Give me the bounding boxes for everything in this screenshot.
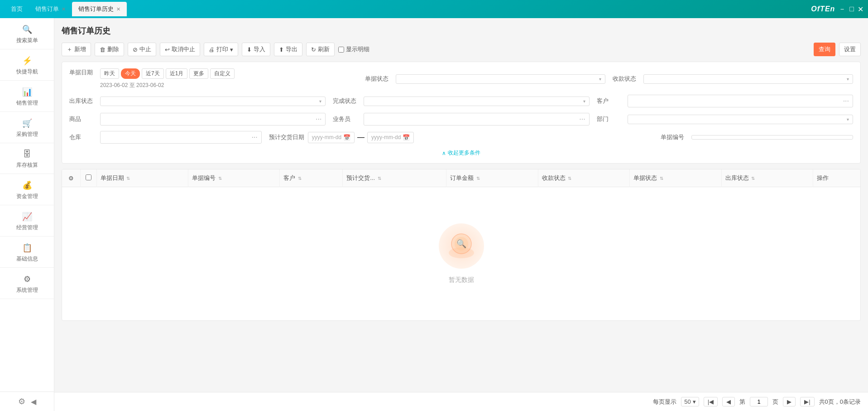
filter-row-1: 单据日期 昨天 今天 近7天 近1月 更多 自定义 2023-06-02 至 2… bbox=[69, 68, 853, 89]
th-date[interactable]: 单据日期 ⇅ bbox=[96, 169, 188, 187]
th-settings[interactable]: ⚙ bbox=[62, 169, 80, 187]
warehouse-input[interactable]: ··· bbox=[100, 131, 262, 144]
product-input[interactable]: ··· bbox=[100, 113, 326, 126]
sidebar-item-quick-nav[interactable]: ⚡ 快捷导航 bbox=[0, 49, 54, 81]
display-col-checkbox[interactable] bbox=[338, 47, 344, 53]
th-amount[interactable]: 订单金额 ⇅ bbox=[446, 169, 538, 187]
completion-status-arrow-icon: ▾ bbox=[583, 99, 585, 104]
prev-page-button[interactable]: ◀ bbox=[722, 397, 735, 406]
th-outbound-status[interactable]: 出库状态 ⇅ bbox=[721, 169, 813, 187]
window-maximize-icon[interactable]: □ bbox=[849, 5, 854, 13]
display-col-label: 显示明细 bbox=[346, 45, 369, 53]
sidebar-item-inventory-calc[interactable]: 🗄 库存核算 bbox=[0, 143, 54, 174]
th-operation-label: 操作 bbox=[817, 174, 829, 181]
warehouse-ellipsis-icon: ··· bbox=[251, 133, 257, 141]
sidebar-item-search-menu[interactable]: 🔍 搜索菜单 bbox=[0, 18, 54, 49]
page-title: 销售订单历史 bbox=[62, 25, 861, 36]
empty-icon: 🔍 bbox=[439, 223, 484, 269]
date-btn-yesterday[interactable]: 昨天 bbox=[100, 68, 119, 79]
th-doc-status[interactable]: 单据状态 ⇅ bbox=[630, 169, 721, 187]
salesperson-input[interactable]: ··· bbox=[364, 113, 589, 126]
date-btn-custom[interactable]: 自定义 bbox=[210, 68, 235, 79]
operation-mgmt-icon: 📈 bbox=[22, 212, 32, 222]
select-all-checkbox[interactable] bbox=[86, 174, 91, 180]
tab-sales-order-label: 销售订单 bbox=[35, 5, 59, 13]
settings-label: 设置 bbox=[844, 45, 856, 53]
empty-state: 🔍 暂无数据 bbox=[62, 187, 860, 320]
sidebar-label-inventory-calc: 库存核算 bbox=[16, 161, 38, 169]
export-button[interactable]: ⬆ 导出 bbox=[274, 43, 302, 56]
cancel-stop-button[interactable]: ↩ 取消中止 bbox=[160, 43, 200, 56]
delete-button[interactable]: 🗑 删除 bbox=[95, 43, 124, 56]
outbound-status-select[interactable]: ▾ bbox=[100, 97, 326, 106]
stop-button[interactable]: ⊘ 中止 bbox=[128, 43, 156, 56]
tab-sales-order-history-close[interactable]: ✕ bbox=[116, 6, 120, 12]
sidebar-item-purchase-mgmt[interactable]: 🛒 采购管理 bbox=[0, 112, 54, 143]
query-label: 查询 bbox=[819, 45, 830, 53]
new-button[interactable]: ＋ 新增 bbox=[62, 43, 91, 56]
tab-sales-order[interactable]: 销售订单 ✕ bbox=[29, 2, 72, 16]
th-no[interactable]: 单据编号 ⇅ bbox=[188, 169, 279, 187]
sidebar-item-basic-info[interactable]: 📋 基础信息 bbox=[0, 237, 54, 268]
tab-sales-order-history-label: 销售订单历史 bbox=[78, 5, 114, 13]
tab-sales-order-history[interactable]: 销售订单历史 ✕ bbox=[72, 2, 127, 16]
th-receipt-status[interactable]: 收款状态 ⇅ bbox=[538, 169, 629, 187]
th-customer[interactable]: 客户 ⇅ bbox=[280, 169, 343, 187]
th-amount-sort-icon: ⇅ bbox=[476, 176, 480, 181]
window-minimize-icon[interactable]: － bbox=[839, 5, 846, 14]
customer-ellipsis-icon: ··· bbox=[843, 97, 849, 105]
import-button[interactable]: ⬇ 导入 bbox=[242, 43, 270, 56]
total-text: 共0页，0条记录 bbox=[819, 398, 861, 406]
doc-status-select[interactable]: ▾ bbox=[396, 74, 605, 84]
customer-input[interactable]: ··· bbox=[628, 95, 853, 107]
sidebar-settings-icon[interactable]: ⚙ bbox=[18, 396, 25, 406]
th-receipt-status-label: 收款状态 bbox=[542, 174, 566, 181]
refresh-button[interactable]: ↻ 刷新 bbox=[306, 43, 335, 56]
date-btn-more[interactable]: 更多 bbox=[189, 68, 208, 79]
last-page-button[interactable]: ▶| bbox=[800, 397, 814, 406]
settings-button[interactable]: 设置 bbox=[839, 43, 861, 56]
data-table: ⚙ 单据日期 ⇅ 单据编号 ⇅ bbox=[62, 169, 860, 320]
main-layout: 🔍 搜索菜单 ⚡ 快捷导航 📊 销售管理 🛒 采购管理 🗄 库存核算 💰 资金管… bbox=[0, 18, 868, 411]
tab-home[interactable]: 首页 bbox=[5, 2, 29, 16]
th-expected-date-sort-icon: ⇅ bbox=[378, 176, 381, 181]
date-btn-7days[interactable]: 近7天 bbox=[142, 68, 164, 79]
sidebar-collapse-icon[interactable]: ◀ bbox=[31, 397, 36, 406]
tab-sales-order-close[interactable]: ✕ bbox=[62, 6, 66, 12]
sidebar-item-finance-mgmt[interactable]: 💰 资金管理 bbox=[0, 174, 54, 205]
query-button[interactable]: 查询 bbox=[814, 43, 835, 56]
dept-select[interactable]: ▾ bbox=[628, 115, 853, 124]
per-page-select[interactable]: 50 ▾ bbox=[681, 397, 699, 406]
collapse-bar[interactable]: ∧ 收起更多条件 bbox=[69, 149, 853, 157]
th-amount-label: 订单金额 bbox=[450, 174, 474, 181]
date-btn-1month[interactable]: 近1月 bbox=[166, 68, 188, 79]
th-outbound-status-sort-icon: ⇅ bbox=[751, 176, 755, 181]
date-btn-today[interactable]: 今天 bbox=[121, 68, 140, 79]
window-close-icon[interactable]: ✕ bbox=[858, 5, 863, 14]
first-page-button[interactable]: |◀ bbox=[704, 397, 718, 406]
th-checkbox[interactable] bbox=[80, 169, 96, 187]
th-date-sort-icon: ⇅ bbox=[126, 176, 130, 181]
expected-date-start[interactable]: yyyy-mm-dd 📅 bbox=[308, 132, 355, 143]
sidebar-item-sales-mgmt[interactable]: 📊 销售管理 bbox=[0, 81, 54, 112]
receipt-status-select[interactable]: ▾ bbox=[643, 74, 853, 84]
empty-text: 暂无数据 bbox=[449, 276, 474, 284]
import-label: 导入 bbox=[254, 45, 265, 53]
salesperson-ellipsis-icon: ··· bbox=[579, 115, 585, 123]
th-customer-sort-icon: ⇅ bbox=[298, 176, 302, 181]
sidebar-label-sales-mgmt: 销售管理 bbox=[16, 99, 38, 107]
outbound-status-arrow-icon: ▾ bbox=[319, 99, 321, 104]
completion-status-label: 完成状态 bbox=[333, 97, 360, 105]
next-page-button[interactable]: ▶ bbox=[783, 397, 796, 406]
sidebar-item-operation-mgmt[interactable]: 📈 经营管理 bbox=[0, 205, 54, 237]
purchase-mgmt-icon: 🛒 bbox=[22, 118, 32, 128]
expected-date-end[interactable]: yyyy-mm-dd 📅 bbox=[367, 132, 414, 143]
collapse-up-icon: ∧ bbox=[442, 150, 446, 156]
th-expected-date[interactable]: 预计交货... ⇅ bbox=[343, 169, 446, 187]
sidebar-item-system-mgmt[interactable]: ⚙ 系统管理 bbox=[0, 268, 54, 299]
completion-status-select[interactable]: ▾ bbox=[364, 97, 589, 106]
print-button[interactable]: 🖨 打印 ▾ bbox=[204, 43, 238, 56]
calendar-start-icon: 📅 bbox=[343, 134, 350, 141]
page-number-input[interactable] bbox=[750, 397, 768, 406]
order-no-input[interactable] bbox=[691, 135, 853, 140]
